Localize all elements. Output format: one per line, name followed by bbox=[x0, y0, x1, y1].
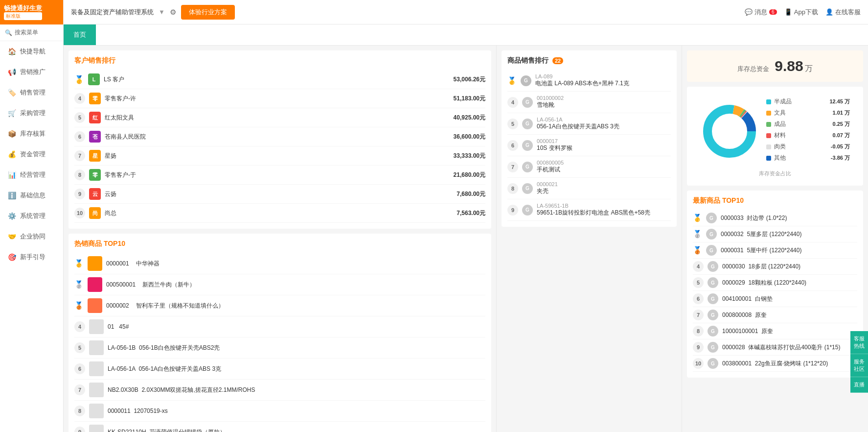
hot-product-item: 5 LA-056-1B 056-1B白色按键开关壳ABS2壳 bbox=[74, 337, 485, 359]
online-service-button[interactable]: 👤 在线客服 bbox=[825, 8, 861, 17]
rank-number: 7 bbox=[74, 384, 85, 395]
customer-amount: 36,600.00元 bbox=[454, 133, 485, 141]
rank-item: 5 红 红太阳文具 40,925.00元 bbox=[74, 108, 485, 127]
rank-number: 8 bbox=[74, 169, 85, 180]
customer-amount: 33,333.00元 bbox=[454, 152, 485, 160]
trial-button[interactable]: 体验行业方案 bbox=[181, 5, 235, 20]
system-icon: ⚙️ bbox=[7, 212, 16, 220]
product-code: 0000002 bbox=[106, 302, 129, 309]
topbar-right: 💬 消息 6 📱 App下载 👤 在线客服 bbox=[745, 8, 861, 17]
rank-number: 6 bbox=[74, 363, 85, 374]
product-rank-avatar: G bbox=[522, 162, 533, 172]
newest-products-title: 最新商品 TOP10 bbox=[693, 196, 857, 205]
newest-product-item: 9 G 0000028 体碱嘉枝味苏打饮品400毫升 (1*15) bbox=[693, 339, 857, 356]
search-icon: 🔍 bbox=[5, 29, 12, 36]
customer-name: LS 客户 bbox=[104, 75, 450, 84]
product-image bbox=[89, 340, 104, 355]
product-rank-list: 🥇 G LA-089 电池盖 LA-089 ABS本色+黑种 7.1克 4 G … bbox=[507, 70, 671, 221]
gear-icon[interactable]: ⚙ bbox=[170, 8, 176, 17]
product-rank-item: 7 G 000800005 手机测试 bbox=[507, 156, 671, 178]
sidebar-item-label: 采购管理 bbox=[20, 109, 46, 118]
system-title: 装备及固定资产辅助管理系统 bbox=[71, 8, 154, 17]
sidebar-search[interactable]: 🔍 搜索菜单 bbox=[0, 24, 63, 41]
rank-item: 7 星 星扬 33,333.00元 bbox=[74, 146, 485, 166]
product-rank-item: 5 G LA-056-1A 056-1A白色按键开关盖ABS 3壳 bbox=[507, 113, 671, 135]
sidebar-nav: 🏠 快捷导航 📢 营销推广 🏷️ 销售管理 🛒 采购管理 📦 库存核算 💰 资金… bbox=[0, 41, 63, 432]
message-icon: 💬 bbox=[745, 8, 753, 16]
donut-chart bbox=[700, 102, 759, 161]
product-info: 0000030 18多层 (1220*2440) bbox=[722, 263, 800, 271]
product-image bbox=[89, 361, 104, 376]
product-info: LA-056-1A 056-1A白色按键开关盖ABS 3克 bbox=[108, 365, 221, 373]
sidebar-item-nav[interactable]: 🏠 快捷导航 bbox=[0, 41, 63, 62]
product-info: 0000028 体碱嘉枝味苏打饮品400毫升 (1*15) bbox=[722, 343, 840, 352]
customer-avatar: 云 bbox=[89, 188, 101, 200]
product-info: 01 45# bbox=[108, 323, 129, 330]
hot-products-title: 热销商品 TOP10 bbox=[74, 240, 485, 248]
product-rank-avatar: G bbox=[521, 75, 531, 86]
hot-products-section: 热销商品 TOP10 🥇 0000001 中华神器 🥈 000500001 新西… bbox=[69, 234, 491, 432]
customer-name: 尚总 bbox=[105, 209, 453, 217]
float-community-btn[interactable]: 服务社区 bbox=[850, 354, 868, 377]
content-area: 客户销售排行 🥇 L LS 客户 53,006.26元 4 零 零售客户-许 5… bbox=[64, 46, 868, 432]
trophy-icon: 🥉 bbox=[693, 246, 702, 255]
rank-number: 5 bbox=[74, 112, 85, 123]
rank-number: 6 bbox=[507, 140, 518, 151]
hot-product-item: 7 NB2.0X30B 2.0X30MM双搓花轴,搓花直径2.1MM/ROHS bbox=[74, 380, 485, 401]
customer-name: 苍南县人民医院 bbox=[105, 133, 450, 141]
app-download-button[interactable]: 📱 App下载 bbox=[784, 8, 818, 17]
rank-number: 6 bbox=[693, 293, 704, 304]
sidebar-item-label: 基础信息 bbox=[20, 191, 46, 200]
tab-home[interactable]: 首页 bbox=[64, 24, 96, 45]
rank-number: 4 bbox=[507, 97, 518, 108]
customer-name: 零售客户-于 bbox=[105, 171, 450, 179]
chart-legend: 半成品 12.45 万 文具 1.01 万 成品 0.25 万 bbox=[766, 97, 850, 165]
sidebar-item-system[interactable]: ⚙️ 系统管理 bbox=[0, 206, 63, 226]
inventory-total-label: 库存总资金 bbox=[737, 65, 769, 72]
customer-amount: 7,563.00元 bbox=[457, 209, 485, 217]
product-sales-title: 商品销售排行 22 bbox=[507, 56, 671, 65]
legend-item: 半成品 12.45 万 bbox=[766, 97, 850, 106]
newest-product-item: 5 G 0000029 18颗粒板 (1220*2440) bbox=[693, 275, 857, 291]
product-name: 智利车子里（规格不知道填什么） bbox=[136, 302, 224, 310]
sidebar-item-basics[interactable]: ℹ️ 基础信息 bbox=[0, 185, 63, 206]
sidebar-item-purchase[interactable]: 🛒 采购管理 bbox=[0, 103, 63, 123]
legend-dot bbox=[766, 144, 771, 149]
inventory-icon: 📦 bbox=[7, 129, 16, 138]
float-live-btn[interactable]: 直播 bbox=[850, 377, 868, 393]
product-rank-name: 夹壳 bbox=[537, 187, 671, 195]
dropdown-icon[interactable]: ▼ bbox=[159, 8, 165, 16]
rank-item: 8 零 零售客户-于 21,680.00元 bbox=[74, 166, 485, 185]
sidebar-item-marketing[interactable]: 📢 营销推广 bbox=[0, 62, 63, 82]
sidebar-item-guide[interactable]: 🎯 新手引导 bbox=[0, 247, 63, 267]
product-sales-section: 商品销售排行 22 🥇 G LA-089 电池盖 LA-089 ABS本色+黑种… bbox=[502, 50, 677, 227]
message-button[interactable]: 💬 消息 6 bbox=[745, 8, 777, 17]
hot-product-item: 9 KK-SD22110H 花语萌值温分罐罐袋（厚款） bbox=[74, 422, 485, 432]
product-image bbox=[88, 256, 102, 271]
float-service-btn[interactable]: 客服热线 bbox=[850, 331, 868, 354]
basics-icon: ℹ️ bbox=[7, 191, 16, 200]
sidebar-item-operations[interactable]: 📊 经营管理 bbox=[0, 165, 63, 185]
chart-area: 半成品 12.45 万 文具 1.01 万 成品 0.25 万 bbox=[693, 93, 857, 170]
product-rank-item: 8 G 0000021 夹壳 bbox=[507, 178, 671, 199]
rank-number: 5 bbox=[507, 119, 518, 129]
trophy-icon: 🥈 bbox=[74, 280, 84, 289]
sidebar-item-collab[interactable]: 🤝 企业协同 bbox=[0, 226, 63, 247]
product-rank-avatar: G bbox=[522, 205, 533, 216]
customer-amount: 40,925.00元 bbox=[454, 114, 485, 122]
sidebar-item-label: 快捷导航 bbox=[20, 47, 46, 56]
app-download-label: App下载 bbox=[794, 8, 818, 17]
hot-product-item: 6 LA-056-1A 056-1A白色按键开关盖ABS 3克 bbox=[74, 359, 485, 380]
sidebar-item-label: 资金管理 bbox=[20, 150, 46, 159]
inventory-chart-label: 库存资金占比 bbox=[693, 170, 857, 177]
sidebar-item-finance[interactable]: 💰 资金管理 bbox=[0, 144, 63, 165]
legend-dot bbox=[766, 122, 771, 127]
sidebar-item-sales[interactable]: 🏷️ 销售管理 bbox=[0, 82, 63, 103]
rank-number: 9 bbox=[74, 189, 85, 199]
rank-item: 6 苍 苍南县人民医院 36,600.00元 bbox=[74, 127, 485, 146]
product-img: G bbox=[708, 293, 718, 304]
sidebar-item-inventory[interactable]: 📦 库存核算 bbox=[0, 123, 63, 144]
rank-number: 5 bbox=[693, 277, 704, 288]
product-rank-item: 6 G 0000017 10S 变料罗猴 bbox=[507, 135, 671, 156]
legend-dot bbox=[766, 111, 771, 116]
